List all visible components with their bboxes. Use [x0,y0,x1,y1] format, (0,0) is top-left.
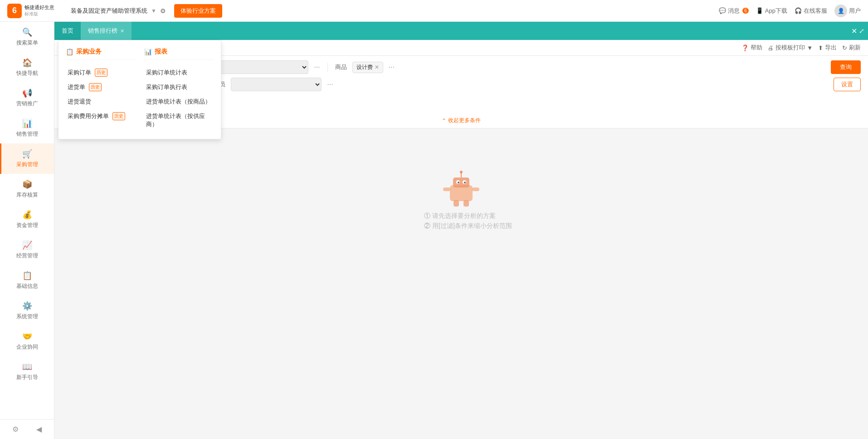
sidebar-item-system[interactable]: ⚙️ 系统管理 [0,296,54,326]
system-title-arrow[interactable]: ▼ [151,8,156,14]
voucher-status-select[interactable] [218,60,308,74]
message-badge: 6 [742,8,749,14]
sidebar-bottom: ⚙ ◀ [0,419,54,439]
query-btn[interactable]: 查询 [831,60,861,74]
goods-label: 商品 [335,63,347,71]
app-download-label: App下载 [765,7,787,15]
system-title-area: 装备及固定资产辅助管理系统 ▼ ⚙ 体验行业方案 [71,4,719,18]
logo-icon: 6 [7,4,22,18]
inventory-icon: 📦 [22,179,32,189]
sidebar-item-marketing[interactable]: 📢 营销推广 [0,83,54,113]
system-title-text: 装备及固定资产辅助管理系统 [71,7,147,15]
purchase-order-label: 采购订单 [68,69,91,77]
goods-more[interactable]: ··· [389,63,395,71]
tab-close-window-icon[interactable]: ✕ [851,27,857,35]
goods-summary-supplier-label: 进货单统计表（按供应商） [146,112,212,128]
print-arrow: ▼ [807,44,813,51]
collapse-icon: ⌃ [442,118,446,124]
logo-area: 6 畅捷通好生意 标准版 [7,4,62,18]
order-summary-label: 采购订单统计表 [146,69,187,77]
tab-bar: 首页 销售排行榜 ✕ ✕ ⤢ [54,22,868,40]
top-right: 💬 消息 6 📱 App下载 🎧 在线客服 👤 用户 [719,5,861,17]
bottom-settings-icon[interactable]: ⚙ [12,425,19,434]
tab-maximize-icon[interactable]: ⤢ [859,27,864,35]
dropdown-item-order-execution[interactable]: 采购订单执行表 [144,80,214,94]
sales-icon: 📊 [22,118,32,128]
svg-rect-9 [472,187,479,191]
sidebar-item-purchase[interactable]: 🛒 采购管理 [0,143,54,174]
online-service-btn[interactable]: 🎧 在线客服 [795,7,827,15]
sidebar-item-guide[interactable]: 📖 新手引导 [0,356,54,387]
app-download-btn[interactable]: 📱 App下载 [756,7,787,15]
purchase-icon: 🛒 [22,149,32,159]
system-icon: ⚙️ [22,301,32,311]
dropdown-item-goods-summary-supplier[interactable]: 进货单统计表（按供应商） [144,109,214,132]
dropdown-col-report-title: 📊 报表 [144,48,214,60]
svg-rect-8 [443,187,450,191]
empty-hint-1: ① 请先选择要分析的方案 [424,212,512,220]
sidebar-label-guide: 新手引导 [16,374,38,381]
empty-hint-2: ② 用[过滤]条件来缩小分析范围 [424,222,512,230]
operations-icon: 📈 [22,240,32,250]
logo-name: 畅捷通好生意 [24,4,54,10]
sidebar-item-sales[interactable]: 📊 销售管理 [0,113,54,143]
sidebar-item-search[interactable]: 🔍 搜索菜单 [0,22,54,52]
sidebar-item-operations[interactable]: 📈 经营管理 [0,235,54,265]
goods-in-history[interactable]: 历史 [89,83,102,91]
print-label: 按模板打印 [775,44,805,52]
active-indicator [0,143,1,174]
message-label: 消息 [728,7,740,15]
system-settings-icon[interactable]: ⚙ [160,7,166,15]
empty-illustration [439,165,484,210]
sidebar-item-quick[interactable]: 🏠 快捷导航 [0,52,54,83]
dropdown-item-purchase-expense[interactable]: 采购费用分摊单 历史 [66,109,135,123]
goods-tag-close[interactable]: ✕ [375,64,379,70]
cooperation-icon: 🤝 [22,331,32,341]
refresh-btn[interactable]: ↻ 刷新 [842,44,861,52]
purchase-order-history[interactable]: 历史 [95,69,107,77]
headset-icon: 🎧 [795,7,802,14]
print-template-btn[interactable]: 🖨 按模板打印 ▼ [768,44,813,52]
report-col-icon: 📊 [144,48,152,55]
dropdown-item-order-summary[interactable]: 采购订单统计表 [144,65,214,80]
help-btn[interactable]: ❓ 帮助 [741,44,762,52]
dropdown-item-purchase-goods-in[interactable]: 进货单 历史 [66,80,135,94]
online-service-label: 在线客服 [804,7,827,15]
dropdown-item-goods-summary-product[interactable]: 进货单统计表（按商品） [144,94,214,109]
dropdown-item-purchase-return[interactable]: 进货退货 [66,94,135,109]
settings-btn[interactable]: 设置 [834,78,861,91]
sidebar-label-search: 搜索菜单 [16,39,38,47]
tab-sales-rank[interactable]: 销售排行榜 ✕ [81,22,132,40]
dropdown-item-purchase-order[interactable]: 采购订单 历史 [66,65,135,80]
basic-icon: 📋 [22,271,32,281]
export-label: 导出 [825,44,837,52]
logo-sub: 标准版 [24,11,54,17]
sidebar-item-inventory[interactable]: 📦 库存核算 [0,174,54,204]
empty-state: ① 请先选择要分析的方案 ② 用[过滤]条件来缩小分析范围 [54,128,868,268]
sidebar-item-basic[interactable]: 📋 基础信息 [0,265,54,296]
sidebar-item-finance[interactable]: 💰 资金管理 [0,204,54,235]
phone-icon: 📱 [756,7,763,14]
tab-right-actions: ✕ ⤢ [851,22,868,40]
sidebar-label-marketing: 营销推广 [16,100,38,108]
finance-icon: 💰 [22,210,32,220]
svg-point-7 [460,171,463,173]
voucher-status-more[interactable]: ··· [314,63,320,71]
home-icon: 🏠 [22,58,32,68]
salesman-more[interactable]: ··· [327,80,333,89]
export-btn[interactable]: ⬆ 导出 [818,44,837,52]
user-btn[interactable]: 👤 用户 [834,5,861,17]
goods-summary-product-label: 进货单统计表（按商品） [146,98,211,106]
message-btn[interactable]: 💬 消息 6 [719,7,749,15]
tab-close-icon[interactable]: ✕ [120,28,124,34]
bottom-collapse-icon[interactable]: ◀ [36,425,42,434]
sidebar-item-cooperation[interactable]: 🤝 企业协同 [0,326,54,356]
salesman-select[interactable] [231,78,322,91]
industry-btn[interactable]: 体验行业方案 [174,4,222,18]
sidebar-label-finance: 资金管理 [16,222,38,229]
tab-home[interactable]: 首页 [54,22,81,40]
guide-icon: 📖 [22,362,32,372]
expense-history[interactable]: 历史 [112,112,125,120]
message-icon: 💬 [719,7,726,14]
tab-sales-rank-label: 销售排行榜 [88,27,117,35]
